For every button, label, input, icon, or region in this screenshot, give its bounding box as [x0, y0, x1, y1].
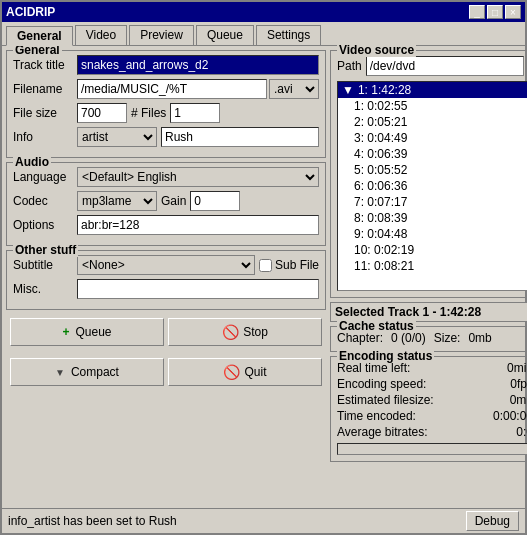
- video-source-label: Video source: [337, 43, 416, 57]
- encoding-row-value: 0fps: [510, 377, 527, 391]
- track-list-item[interactable]: 2: 0:05:21: [338, 114, 527, 130]
- info-type-select[interactable]: artist: [77, 127, 157, 147]
- info-value-input[interactable]: [161, 127, 319, 147]
- audio-group-label: Audio: [13, 155, 51, 169]
- ext-select[interactable]: .avi: [269, 79, 319, 99]
- close-button[interactable]: ×: [505, 5, 521, 19]
- window-title: ACIDRIP: [6, 5, 55, 19]
- encoding-row: Real time left:0min: [337, 361, 527, 375]
- subfile-checkbox[interactable]: [259, 259, 272, 272]
- maximize-button[interactable]: □: [487, 5, 503, 19]
- encoding-row-value: 0min: [507, 361, 527, 375]
- info-label: Info: [13, 130, 73, 144]
- nfiles-label: # Files: [131, 106, 166, 120]
- tab-general[interactable]: General: [6, 26, 73, 46]
- quit-icon: 🚫: [223, 364, 240, 380]
- debug-button[interactable]: Debug: [466, 511, 519, 531]
- plus-icon: [62, 325, 71, 339]
- cache-status-label: Cache status: [337, 319, 416, 333]
- encoding-row: Estimated filesize:0mb: [337, 393, 527, 407]
- encoding-row-value: 0:00:00: [493, 409, 527, 423]
- down-arrow-icon: [55, 365, 67, 379]
- chapter-value: 0 (0/0): [391, 331, 426, 345]
- path-label: Path: [337, 59, 362, 73]
- gain-input[interactable]: [190, 191, 240, 211]
- progress-bar: [337, 443, 527, 455]
- queue-button[interactable]: Queue: [10, 318, 164, 346]
- track-list-item[interactable]: 10: 0:02:19: [338, 242, 527, 258]
- options-label: Options: [13, 218, 73, 232]
- track-list-item[interactable]: 11: 0:08:21: [338, 258, 527, 274]
- tab-video[interactable]: Video: [75, 25, 127, 45]
- track-title-label: Track title: [13, 58, 73, 72]
- chapter-label: Chapter:: [337, 331, 383, 345]
- track-list-item[interactable]: 7: 0:07:17: [338, 194, 527, 210]
- path-input[interactable]: [366, 56, 524, 76]
- track-list-item[interactable]: 4: 0:06:39: [338, 146, 527, 162]
- subfile-label: Sub File: [275, 258, 319, 272]
- track-list-item[interactable]: 5: 0:05:52: [338, 162, 527, 178]
- encoding-status-label: Encoding status: [337, 349, 434, 363]
- tab-settings[interactable]: Settings: [256, 25, 321, 45]
- track-list-item[interactable]: 9: 0:04:48: [338, 226, 527, 242]
- size-label: Size:: [434, 331, 461, 345]
- language-label: Language: [13, 170, 73, 184]
- tab-preview[interactable]: Preview: [129, 25, 194, 45]
- gain-label: Gain: [161, 194, 186, 208]
- track-list-item[interactable]: 3: 0:04:49: [338, 130, 527, 146]
- subtitle-label: Subtitle: [13, 258, 73, 272]
- encoding-row-label: Estimated filesize:: [337, 393, 434, 407]
- filesize-label: File size: [13, 106, 73, 120]
- stop-icon: 🚫: [222, 324, 239, 340]
- codec-label: Codec: [13, 194, 73, 208]
- minimize-button[interactable]: _: [469, 5, 485, 19]
- subfile-checkbox-label[interactable]: Sub File: [259, 258, 319, 272]
- filesize-input[interactable]: [77, 103, 127, 123]
- misc-input[interactable]: [77, 279, 319, 299]
- compact-button[interactable]: Compact: [10, 358, 164, 386]
- track-list-item[interactable]: 8: 0:08:39: [338, 210, 527, 226]
- encoding-row-label: Encoding speed:: [337, 377, 426, 391]
- language-select[interactable]: <Default> English: [77, 167, 319, 187]
- track-title-input[interactable]: [77, 55, 319, 75]
- status-message: info_artist has been set to Rush: [8, 514, 177, 528]
- encoding-row-value: 0mb: [510, 393, 527, 407]
- track-list[interactable]: ▼1: 1:42:281: 0:02:552: 0:05:213: 0:04:4…: [337, 81, 527, 291]
- options-input[interactable]: [77, 215, 319, 235]
- encoding-row-label: Real time left:: [337, 361, 410, 375]
- filename-label: Filename: [13, 82, 73, 96]
- track-list-item[interactable]: ▼1: 1:42:28: [338, 82, 527, 98]
- encoding-row: Encoding speed:0fps: [337, 377, 527, 391]
- track-list-item[interactable]: 6: 0:06:36: [338, 178, 527, 194]
- encoding-row-value: 0:0: [516, 425, 527, 439]
- misc-label: Misc.: [13, 282, 73, 296]
- encoding-row: Time encoded:0:00:00: [337, 409, 527, 423]
- filename-input[interactable]: [77, 79, 267, 99]
- other-group-label: Other stuff: [13, 243, 78, 257]
- subtitle-select[interactable]: <None>: [77, 255, 255, 275]
- nfiles-input[interactable]: [170, 103, 220, 123]
- codec-select[interactable]: mp3lame: [77, 191, 157, 211]
- tab-queue[interactable]: Queue: [196, 25, 254, 45]
- size-value: 0mb: [468, 331, 491, 345]
- encoding-row: Average bitrates:0:0: [337, 425, 527, 439]
- track-list-item[interactable]: 1: 0:02:55: [338, 98, 527, 114]
- encoding-row-label: Average bitrates:: [337, 425, 428, 439]
- quit-button[interactable]: 🚫 Quit: [168, 358, 322, 386]
- stop-button[interactable]: 🚫 Stop: [168, 318, 322, 346]
- encoding-row-label: Time encoded:: [337, 409, 416, 423]
